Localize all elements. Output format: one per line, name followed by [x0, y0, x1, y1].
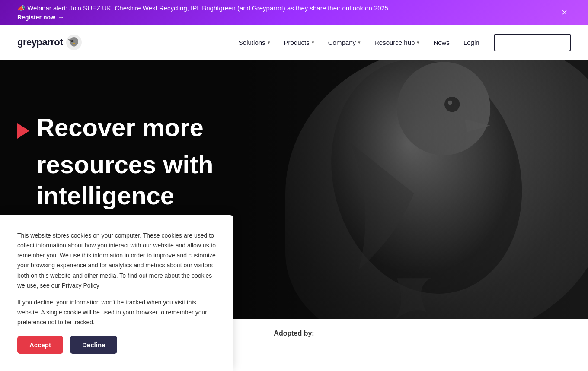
- cookie-accept-button[interactable]: Accept: [17, 336, 63, 348]
- banner-content: 📣 Webinar alert: Join SUEZ UK, Cheshire …: [17, 4, 390, 21]
- cookie-banner: This website stores cookies on your comp…: [0, 215, 233, 348]
- cookie-paragraph-1: This website stores cookies on your comp…: [17, 231, 216, 291]
- nav-item-login: Login: [457, 35, 486, 50]
- products-chevron-icon: ▾: [312, 40, 314, 45]
- login-label: Login: [463, 39, 479, 46]
- news-nav-link[interactable]: News: [427, 35, 456, 50]
- banner-emoji: 📣: [17, 4, 26, 12]
- banner-message: Webinar alert: Join SUEZ UK, Cheshire We…: [27, 4, 390, 12]
- solutions-label: Solutions: [239, 39, 265, 46]
- cookie-decline-button[interactable]: Decline: [70, 336, 117, 348]
- solutions-nav-button[interactable]: Solutions ▾: [233, 35, 276, 50]
- news-label: News: [433, 39, 450, 46]
- nav-item-news: News: [427, 35, 456, 50]
- products-label: Products: [284, 39, 310, 46]
- nav-item-products: Products ▾: [278, 35, 320, 50]
- cookie-buttons: Accept Decline: [17, 336, 216, 348]
- nav-item-resource-hub: Resource hub ▾: [368, 35, 425, 50]
- announcement-banner: 📣 Webinar alert: Join SUEZ UK, Cheshire …: [0, 0, 588, 25]
- nav-item-cta: Speak to an expert: [487, 34, 571, 51]
- cookie-text: This website stores cookies on your comp…: [17, 231, 216, 327]
- register-arrow-icon: →: [58, 14, 64, 21]
- company-label: Company: [328, 39, 356, 46]
- resource-hub-nav-button[interactable]: Resource hub ▾: [368, 35, 425, 50]
- logo-text: greyparrot: [17, 37, 63, 48]
- cookie-paragraph-2: If you decline, your information won't b…: [17, 298, 216, 327]
- banner-close-button[interactable]: ×: [558, 6, 571, 19]
- hero-play-icon: [17, 123, 29, 139]
- hero-title-line1: Recover more: [36, 114, 204, 141]
- company-chevron-icon: ▾: [358, 40, 361, 45]
- main-nav: greyparrot Solutions ▾ Products ▾ Compan…: [0, 25, 588, 60]
- register-label: Register now: [17, 14, 55, 21]
- logo-parrot-icon: [65, 34, 83, 51]
- hero-title-block: Recover more resources with intelligence: [17, 114, 213, 209]
- hero-title-line3: intelligence: [17, 182, 213, 209]
- nav-item-company: Company ▾: [322, 35, 367, 50]
- register-link[interactable]: Register now →: [17, 14, 390, 21]
- adopted-by-label: Adopted by:: [274, 330, 314, 337]
- solutions-chevron-icon: ▾: [268, 40, 270, 45]
- speak-to-expert-button[interactable]: Speak to an expert: [494, 34, 571, 51]
- company-nav-button[interactable]: Company ▾: [322, 35, 367, 50]
- resource-hub-chevron-icon: ▾: [417, 40, 419, 45]
- login-nav-link[interactable]: Login: [457, 35, 486, 50]
- hero-title-line2: resources with: [17, 151, 213, 178]
- speak-to-expert-label: Speak to an expert: [504, 39, 561, 46]
- nav-item-solutions: Solutions ▾: [233, 35, 276, 50]
- banner-text: 📣 Webinar alert: Join SUEZ UK, Cheshire …: [17, 4, 390, 12]
- logo[interactable]: greyparrot: [17, 34, 83, 51]
- nav-links: Solutions ▾ Products ▾ Company ▾ Resourc…: [233, 34, 571, 51]
- products-nav-button[interactable]: Products ▾: [278, 35, 320, 50]
- resource-hub-label: Resource hub: [374, 39, 415, 46]
